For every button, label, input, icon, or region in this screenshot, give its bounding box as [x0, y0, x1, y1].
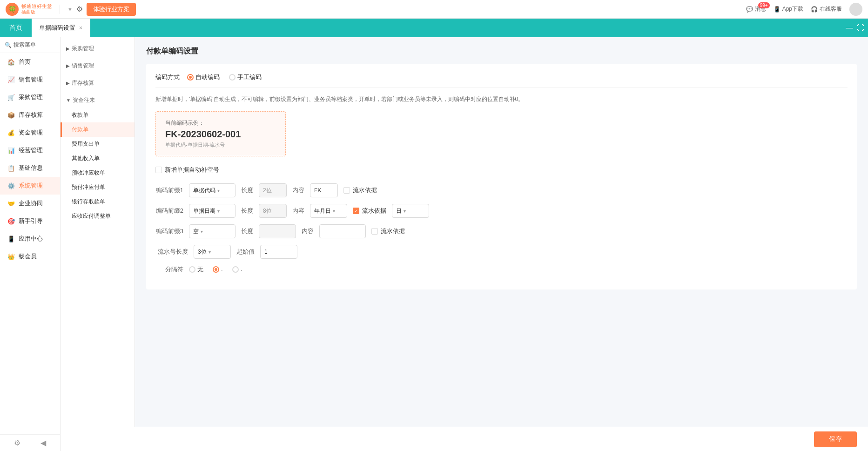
serial-2-checkbox[interactable]: ✓ 流水依据: [353, 207, 386, 215]
separator-none-radio[interactable]: 无: [189, 265, 203, 274]
sidebar-item-bank[interactable]: 银行存取款单: [61, 195, 135, 209]
content-3-label: 内容: [302, 227, 314, 236]
radio-manual[interactable]: 手工编码: [229, 73, 262, 81]
group-capital-header[interactable]: ▼ 资金往来: [61, 93, 135, 108]
brand-text: 畅通道好生意 插曲版: [21, 3, 52, 15]
prefix-2-label: 编码前缀2: [155, 207, 183, 215]
code-preview-value: FK-20230602-001: [165, 129, 276, 140]
prefix-3-select[interactable]: 空 ▾: [189, 224, 236, 238]
sales-icon: 📈: [7, 76, 15, 83]
sidebar-item-operation[interactable]: 📊 经营管理: [0, 141, 60, 159]
app-icon: 📱: [774, 6, 781, 13]
sidebar-search[interactable]: 🔍 搜索菜单: [0, 37, 60, 53]
serial-length-select[interactable]: 3位 ▾: [194, 245, 231, 259]
page-title: 付款单编码设置: [146, 47, 857, 56]
sidebar-item-apps[interactable]: 📱 应用中心: [0, 230, 60, 248]
tab-document-encoding[interactable]: 单据编码设置 ×: [32, 19, 90, 37]
prefix-row-3: 编码前缀3 空 ▾ 长度 内容 流水依据: [155, 224, 848, 238]
collapse-icon[interactable]: ◀: [40, 438, 46, 447]
sidebar-item-guide[interactable]: 🎯 新手引导: [0, 212, 60, 230]
date-unit-select[interactable]: 日 ▾: [392, 204, 429, 218]
sidebar-item-payment[interactable]: 付款单: [61, 122, 135, 137]
form-card: 编码方式 自动编码 手工编码: [146, 64, 857, 289]
content-2-label: 内容: [292, 207, 304, 215]
separator-dash-radio[interactable]: ·: [232, 266, 242, 273]
encode-type-row: 编码方式 自动编码 手工编码: [155, 73, 848, 88]
sidebar-item-prepay-pay[interactable]: 预付冲应付单: [61, 180, 135, 195]
sidebar-item-enterprise[interactable]: 🤝 企业协同: [0, 195, 60, 212]
sidebar-item-system[interactable]: ⚙️ 系统管理: [0, 177, 60, 195]
sidebar-item-member[interactable]: 👑 畅会员: [0, 248, 60, 265]
brand-icon: 🍀: [6, 3, 19, 16]
prefix-3-label: 编码前缀3: [155, 227, 183, 236]
top-nav-dropdown[interactable]: ▼: [67, 7, 73, 12]
group-sales-header[interactable]: ▶ 销售管理: [61, 58, 135, 74]
online-service-button[interactable]: 🎧 在线客服: [811, 5, 842, 13]
caret-icon: ▾: [217, 188, 220, 193]
group-purchase-header[interactable]: ▶ 采购管理: [61, 41, 135, 56]
tab-maximize-icon[interactable]: ⛶: [857, 24, 864, 32]
brand: 🍀 畅通道好生意 插曲版: [6, 3, 52, 16]
bottom-bar: 保存: [61, 427, 868, 451]
app-download-button[interactable]: 📱 App下载: [774, 5, 803, 13]
operation-icon: 📊: [7, 147, 15, 154]
caret-icon: ▾: [217, 209, 220, 214]
save-button[interactable]: 保存: [814, 431, 857, 447]
content-2-select[interactable]: 年月日 ▾: [310, 204, 347, 218]
radio-auto-circle: [187, 74, 194, 81]
prefix-row-1: 编码前缀1 单据代码 ▾ 长度 2位 内容 FK 流水依据: [155, 183, 848, 197]
prefix-2-select[interactable]: 单据日期 ▾: [189, 204, 236, 218]
user-avatar[interactable]: [849, 3, 862, 16]
service-icon: 🎧: [811, 6, 818, 13]
sidebar-item-inventory[interactable]: 📦 库存核算: [0, 106, 60, 124]
code-preview: 当前编码示例： FK-20230602-001 单据代码-单据日期-流水号: [155, 111, 286, 156]
auto-fill-row: 新增单据自动补空号: [155, 166, 848, 174]
code-preview-label: 当前编码示例：: [165, 119, 276, 127]
sidebar-item-finance[interactable]: 💰 资金管理: [0, 124, 60, 141]
prefix-1-select[interactable]: 单据代码 ▾: [189, 183, 236, 197]
separator-dash-circle: [232, 266, 239, 273]
sidebar-item-receipt[interactable]: 收款单: [61, 108, 135, 122]
sidebar-item-adjustment[interactable]: 应收应付调整单: [61, 209, 135, 223]
main-layout: 🔍 搜索菜单 🏠 首页 📈 销售管理 🛒 采购管理 📦 库存核算 💰 资金管理 …: [0, 37, 868, 451]
purchase-icon: 🛒: [7, 94, 15, 101]
sidebar-item-sales[interactable]: 📈 销售管理: [0, 71, 60, 88]
system-icon: ⚙️: [7, 182, 15, 189]
content-area: ▶ 采购管理 ▶ 销售管理 ▶ 库存核算: [61, 37, 868, 451]
basic-icon: 📋: [7, 164, 15, 172]
second-sidebar: ▶ 采购管理 ▶ 销售管理 ▶ 库存核算: [61, 37, 135, 427]
serial-1-checkbox-box: [343, 187, 350, 194]
serial-3-checkbox[interactable]: 流水依据: [371, 227, 405, 236]
encode-type-label: 编码方式: [155, 73, 180, 81]
caret-icon: ▾: [404, 209, 406, 214]
sidebar-item-prepay-receive[interactable]: 预收冲应收单: [61, 166, 135, 180]
length-2-value: 8位: [259, 204, 287, 218]
experience-button[interactable]: 体验行业方案: [87, 3, 136, 16]
auto-fill-checkbox[interactable]: 新增单据自动补空号: [155, 166, 219, 174]
content-1-value: FK: [310, 183, 338, 197]
sidebar-item-basic[interactable]: 📋 基础信息: [0, 159, 60, 177]
tab-home[interactable]: 首页: [0, 19, 32, 37]
serial-length-label: 流水号长度: [155, 248, 188, 256]
settings-bottom-icon[interactable]: ⚙: [14, 438, 20, 447]
serial-1-checkbox[interactable]: 流水依据: [343, 186, 377, 195]
radio-auto[interactable]: 自动编码: [187, 73, 220, 81]
sidebar-item-expense[interactable]: 费用支出单: [61, 137, 135, 151]
content-with-sidebar: ▶ 采购管理 ▶ 销售管理 ▶ 库存核算: [61, 37, 868, 427]
sidebar-item-purchase[interactable]: 🛒 采购管理: [0, 88, 60, 106]
separator-dot-radio[interactable]: ·: [213, 266, 223, 273]
start-value-input[interactable]: 1: [260, 245, 297, 259]
group-purchase: ▶ 采购管理: [61, 41, 135, 56]
top-bar: 🍀 畅通道好生意 插曲版 ▼ ⚙ 体验行业方案 💬 消息 99+ 📱 App下载…: [0, 0, 868, 19]
message-button[interactable]: 💬 消息 99+: [746, 5, 766, 13]
enterprise-icon: 🤝: [7, 200, 15, 207]
home-icon: 🏠: [7, 58, 15, 66]
tab-close-icon[interactable]: ×: [79, 25, 82, 31]
group-inventory-header[interactable]: ▶ 库存核算: [61, 75, 135, 91]
radio-group: 自动编码 手工编码: [187, 73, 262, 81]
tab-minimize-icon[interactable]: —: [846, 24, 853, 32]
separator-dot-inner: [215, 268, 217, 271]
sidebar-item-other-income[interactable]: 其他收入单: [61, 151, 135, 166]
sidebar-item-home[interactable]: 🏠 首页: [0, 53, 60, 71]
settings-icon[interactable]: ⚙: [76, 5, 83, 13]
